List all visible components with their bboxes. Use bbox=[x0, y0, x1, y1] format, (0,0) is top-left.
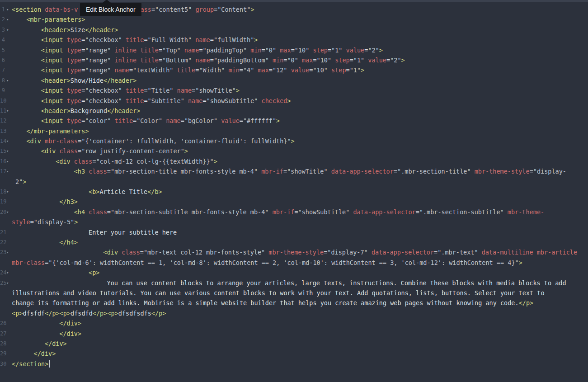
code-text: </mbr-parameters> bbox=[12, 126, 89, 136]
code-text: 2"> bbox=[12, 177, 27, 187]
code-text: <div mbr-class="{'container': !fullWidth… bbox=[12, 136, 295, 146]
fold-arrow-icon[interactable]: ▾ bbox=[6, 5, 12, 14]
code-line[interactable]: 15▾<div class="row justify-content-cente… bbox=[0, 146, 588, 156]
line-number: 12 bbox=[0, 116, 5, 126]
code-text: </div> bbox=[12, 349, 56, 358]
code-line[interactable]: 18▾<b>Article Title</b> bbox=[0, 187, 588, 197]
code-text: Enter your subtitle here bbox=[12, 227, 177, 237]
code-text: <h3 class="mbr-section-title mbr-fonts-s… bbox=[12, 166, 566, 176]
line-number: 14 bbox=[0, 136, 5, 146]
code-line[interactable]: 16▾<div class="col-md-12 col-lg-{{textWi… bbox=[0, 156, 588, 166]
code-line[interactable]: 27</div> bbox=[0, 329, 588, 339]
code-text: <input type="range" inline title="Top" n… bbox=[12, 45, 383, 55]
code-line[interactable]: 2"> bbox=[0, 177, 588, 187]
code-text: style="display-5"> bbox=[12, 217, 78, 227]
code-text: </h3> bbox=[12, 197, 78, 207]
code-line[interactable]: 19</h3> bbox=[0, 197, 588, 207]
line-number: 24 bbox=[0, 268, 5, 278]
fold-arrow-icon[interactable]: ▾ bbox=[6, 75, 12, 85]
code-text: <header>Show/Hide</header> bbox=[12, 75, 136, 85]
code-line[interactable]: 3▾<header>Size</header> bbox=[0, 25, 588, 35]
line-number: 16 bbox=[0, 156, 5, 166]
code-line[interactable]: 12<input type="color" title="Color" name… bbox=[0, 116, 588, 126]
code-text: <div class="row justify-content-center"> bbox=[12, 146, 188, 156]
fold-arrow-icon[interactable]: ▾ bbox=[6, 166, 12, 176]
code-line[interactable]: 25▾You can use content blocks to arrange… bbox=[0, 278, 588, 288]
line-number: 20 bbox=[0, 207, 5, 217]
line-number: 10 bbox=[0, 96, 5, 106]
code-text: <div class="mbr-text col-12 mbr-fonts-st… bbox=[12, 247, 577, 257]
code-line[interactable]: 14▾<div mbr-class="{'container': !fullWi… bbox=[0, 136, 588, 146]
code-line[interactable]: 21Enter your subtitle here bbox=[0, 227, 588, 237]
code-line[interactable]: 11▾<header>Background</header> bbox=[0, 106, 588, 116]
code-text: change its formatting or add links. Mobi… bbox=[12, 298, 533, 308]
line-number: 8 bbox=[0, 75, 5, 85]
code-text: </h4> bbox=[12, 237, 78, 247]
fold-arrow-icon[interactable]: ▾ bbox=[6, 278, 12, 288]
line-number: 19 bbox=[0, 197, 5, 207]
code-text: </div> bbox=[12, 329, 81, 339]
code-line[interactable]: 4<input type="checkbox" title="Full Widt… bbox=[0, 35, 588, 45]
line-number: 18 bbox=[0, 187, 5, 197]
code-line[interactable]: 13</mbr-parameters> bbox=[0, 126, 588, 136]
line-number: 6 bbox=[0, 55, 5, 65]
code-text: <input type="range" name="textWidth" tit… bbox=[12, 65, 364, 75]
tooltip: Edit Block Anchor bbox=[80, 3, 141, 16]
line-number: 9 bbox=[0, 85, 5, 95]
code-text: mbr-class="{'col-md-6': widthContent == … bbox=[12, 258, 522, 268]
code-line[interactable]: style="display-5"> bbox=[0, 217, 588, 227]
line-number: 26 bbox=[0, 318, 5, 328]
fold-arrow-icon[interactable]: ▾ bbox=[6, 146, 12, 156]
line-number: 27 bbox=[0, 329, 5, 339]
code-line[interactable]: 23▾<div class="mbr-text col-12 mbr-fonts… bbox=[0, 247, 588, 257]
code-editor[interactable]: 1▾<section data-bs-v .ass="content5" gro… bbox=[0, 0, 588, 382]
fold-arrow-icon[interactable]: ▾ bbox=[6, 106, 12, 116]
fold-arrow-icon[interactable]: ▾ bbox=[6, 268, 12, 278]
code-line[interactable]: 30</section> bbox=[0, 359, 588, 369]
fold-arrow-icon[interactable]: ▾ bbox=[6, 136, 12, 146]
line-number: 25 bbox=[0, 278, 5, 288]
fold-arrow-icon[interactable]: ▾ bbox=[6, 25, 12, 35]
code-line[interactable]: 7<input type="range" name="textWidth" ti… bbox=[0, 65, 588, 75]
fold-arrow-icon[interactable]: ▾ bbox=[6, 207, 12, 217]
code-line[interactable]: 8▾<header>Show/Hide</header> bbox=[0, 75, 588, 85]
code-text: <p>dfsfdf</p><p>dfsdfd</p><p>dfsdfsdfs</… bbox=[12, 308, 166, 318]
code-text: <b>Article Title</b> bbox=[12, 187, 162, 197]
code-text: <input type="checkbox" title="Subtitle" … bbox=[12, 96, 291, 106]
code-text: <h4 class="mbr-section-subtitle mbr-font… bbox=[12, 207, 544, 217]
code-line[interactable]: change its formatting or add links. Mobi… bbox=[0, 298, 588, 308]
code-text: </section> bbox=[12, 359, 50, 369]
line-number: 28 bbox=[0, 339, 5, 349]
code-line[interactable]: 22</h4> bbox=[0, 237, 588, 247]
code-text: <header>Background</header> bbox=[12, 106, 140, 116]
code-line[interactable]: 26</div> bbox=[0, 318, 588, 328]
code-line[interactable]: 29</div> bbox=[0, 349, 588, 358]
code-line[interactable]: <p>dfsfdf</p><p>dfsdfd</p><p>dfsdfsdfs</… bbox=[0, 308, 588, 318]
code-text: <input type="range" inline title="Bottom… bbox=[12, 55, 405, 65]
code-line[interactable]: 28</div> bbox=[0, 339, 588, 349]
code-text: </div> bbox=[12, 318, 81, 328]
line-number: 21 bbox=[0, 227, 5, 237]
code-line[interactable]: 17▾<h3 class="mbr-section-title mbr-font… bbox=[0, 166, 588, 176]
code-line[interactable]: 9<input type="checkbox" title="Title" na… bbox=[0, 85, 588, 95]
code-line[interactable]: 20▾<h4 class="mbr-section-subtitle mbr-f… bbox=[0, 207, 588, 217]
code-line[interactable]: illustrations and video tutorials. You c… bbox=[0, 288, 588, 298]
code-text: <input type="checkbox" title="Full Width… bbox=[12, 35, 258, 45]
text-cursor bbox=[49, 360, 50, 368]
line-number: 1 bbox=[0, 5, 5, 14]
line-number: 22 bbox=[0, 237, 5, 247]
fold-arrow-icon[interactable]: ▾ bbox=[6, 247, 12, 257]
code-line[interactable]: 6<input type="range" inline title="Botto… bbox=[0, 55, 588, 65]
code-line[interactable]: mbr-class="{'col-md-6': widthContent == … bbox=[0, 258, 588, 268]
code-text: <mbr-parameters> bbox=[12, 14, 85, 24]
line-number: 23 bbox=[0, 247, 5, 257]
fold-arrow-icon[interactable]: ▾ bbox=[6, 156, 12, 166]
code-text: <input type="color" title="Color" name="… bbox=[12, 116, 280, 126]
code-line[interactable]: 10<input type="checkbox" title="Subtitle… bbox=[0, 96, 588, 106]
fold-arrow-icon[interactable]: ▾ bbox=[6, 14, 12, 24]
code-line[interactable]: 5<input type="range" inline title="Top" … bbox=[0, 45, 588, 55]
code-text: <p> bbox=[12, 268, 99, 278]
code-area[interactable]: 1▾<section data-bs-v .ass="content5" gro… bbox=[0, 5, 588, 369]
fold-arrow-icon[interactable]: ▾ bbox=[6, 187, 12, 197]
code-line[interactable]: 24▾<p> bbox=[0, 268, 588, 278]
